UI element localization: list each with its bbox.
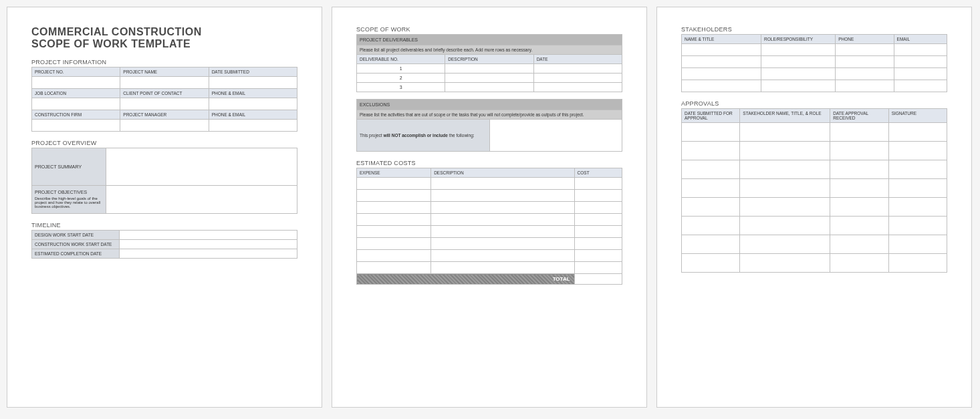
section-approvals: APPROVALS <box>681 100 947 107</box>
deliv-no: 1 <box>357 64 445 74</box>
doc-title: COMMERCIAL CONSTRUCTION SCOPE OF WORK TE… <box>31 26 297 51</box>
objectives-field[interactable] <box>106 185 297 213</box>
cost-h1: EXPENSE <box>357 168 431 178</box>
summary-field[interactable] <box>106 148 297 185</box>
section-stakeholders: STAKEHOLDERS <box>681 26 947 33</box>
deliv-sub: Please list all project deliverables and… <box>357 45 622 55</box>
pi-h4: JOB LOCATION <box>32 88 120 98</box>
deliv-h3: DATE <box>533 55 622 64</box>
doc-title-line1: COMMERCIAL CONSTRUCTION <box>31 26 202 37</box>
objectives-cell: PROJECT OBJECTIVES Describe the high-lev… <box>32 185 106 213</box>
deliv-h1: DELIVERABLE NO. <box>357 55 445 64</box>
page-3: STAKEHOLDERS NAME & TITLE ROLE/RESPONSIB… <box>656 7 972 408</box>
pi-h5: CLIENT POINT OF CONTACT <box>120 88 209 98</box>
exclusions-table: EXCLUSIONS Please list the activities th… <box>356 99 622 152</box>
deliverables-table: PROJECT DELIVERABLES Please list all pro… <box>356 34 622 92</box>
timeline-table: DESIGN WORK START DATE CONSTRUCTION WORK… <box>31 230 297 259</box>
objectives-desc: Describe the high-level goals of the pro… <box>35 196 103 208</box>
total-label: TOTAL <box>357 274 575 285</box>
section-project-info: PROJECT INFORMATION <box>31 59 297 65</box>
overview-table: PROJECT SUMMARY PROJECT OBJECTIVES Descr… <box>31 148 297 214</box>
approvals-table: DATE SUBMITTED FOR APPROVAL STAKEHOLDER … <box>681 108 947 273</box>
excl-field[interactable] <box>489 120 622 152</box>
sh-h3: PHONE <box>836 35 894 44</box>
page-2: SCOPE OF WORK PROJECT DELIVERABLES Pleas… <box>332 7 647 408</box>
pi-h1: PROJECT NO. <box>32 67 120 76</box>
section-overview: PROJECT OVERVIEW <box>31 140 297 146</box>
sh-h1: NAME & TITLE <box>682 35 761 44</box>
pi-h6: PHONE & EMAIL <box>209 88 297 98</box>
sh-h4: EMAIL <box>894 35 947 44</box>
stakeholders-table: NAME & TITLE ROLE/RESPONSIBILITY PHONE E… <box>681 34 947 92</box>
tl-r3: ESTIMATED COMPLETION DATE <box>32 249 120 258</box>
excl-band: EXCLUSIONS <box>357 100 622 110</box>
cost-h3: COST <box>574 168 622 178</box>
pi-h9: PHONE & EMAIL <box>209 110 297 119</box>
excl-label: This project will NOT accomplish or incl… <box>357 120 490 152</box>
doc-title-line2: SCOPE OF WORK TEMPLATE <box>31 38 191 49</box>
pi-h8: PROJECT MANAGER <box>120 110 209 119</box>
ap-h2: STAKEHOLDER NAME, TITLE, & ROLE <box>740 109 830 123</box>
section-timeline: TIMELINE <box>31 222 297 229</box>
objectives-label: PROJECT OBJECTIVES <box>35 190 103 194</box>
costs-table: EXPENSE DESCRIPTION COST TOTAL <box>356 168 622 285</box>
ap-h4: SIGNATURE <box>888 109 947 123</box>
section-costs: ESTIMATED COSTS <box>356 160 622 166</box>
tl-r2: CONSTRUCTION WORK START DATE <box>32 239 120 249</box>
ap-h1: DATE SUBMITTED FOR APPROVAL <box>682 109 740 123</box>
deliv-h2: DESCRIPTION <box>445 55 533 64</box>
excl-sub: Please list the activities that are out … <box>357 110 622 120</box>
deliv-no: 2 <box>357 74 445 83</box>
project-info-table: PROJECT NO. PROJECT NAME DATE SUBMITTED … <box>31 67 297 132</box>
cost-h2: DESCRIPTION <box>431 168 574 178</box>
pi-h2: PROJECT NAME <box>120 67 209 76</box>
deliv-no: 3 <box>357 83 445 92</box>
tl-r1: DESIGN WORK START DATE <box>32 230 120 239</box>
pi-h7: CONSTRUCTION FIRM <box>32 110 120 119</box>
section-scope: SCOPE OF WORK <box>356 26 622 33</box>
total-value[interactable] <box>574 274 622 285</box>
pi-h3: DATE SUBMITTED <box>209 67 297 76</box>
sh-h2: ROLE/RESPONSIBILITY <box>761 35 836 44</box>
deliv-band: PROJECT DELIVERABLES <box>357 35 622 45</box>
summary-label: PROJECT SUMMARY <box>32 148 106 185</box>
page-1: COMMERCIAL CONSTRUCTION SCOPE OF WORK TE… <box>7 7 322 408</box>
ap-h3: DATE APPROVAL RECEIVED <box>830 109 888 123</box>
